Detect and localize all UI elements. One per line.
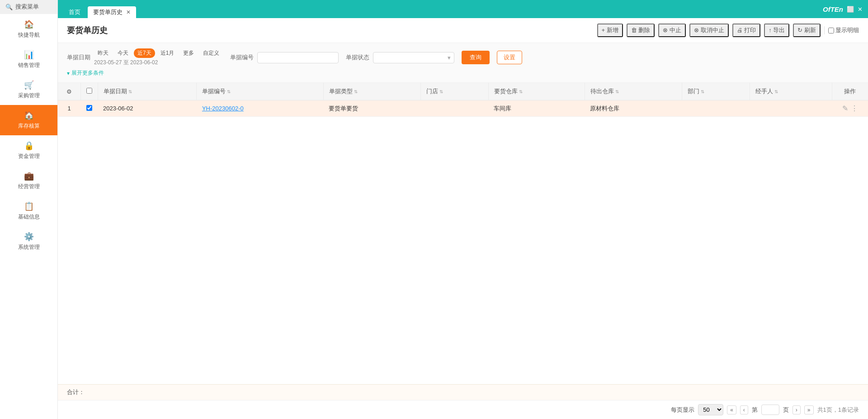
footer-summary: 合计： bbox=[58, 384, 868, 400]
sort-docno[interactable]: 单据编号⇅ bbox=[202, 87, 317, 95]
sort-req_warehouse[interactable]: 要货仓库⇅ bbox=[494, 87, 579, 95]
system-icon: ⚙️ bbox=[24, 232, 34, 242]
first-page-button[interactable]: « bbox=[727, 405, 736, 414]
sidebar-item-sales[interactable]: 📊销售管理 bbox=[0, 44, 57, 75]
brand-label: OfTEn bbox=[823, 5, 843, 13]
cell-action: ✎⋮ bbox=[832, 100, 868, 117]
sort-handler[interactable]: 经手人⇅ bbox=[755, 87, 826, 95]
tab-close-icon[interactable]: ✕ bbox=[126, 9, 131, 15]
docno-link[interactable]: YH-20230602-0 bbox=[202, 105, 244, 112]
sidebar-item-label: 快捷导航 bbox=[18, 31, 40, 39]
settings-col-icon[interactable]: ⚙ bbox=[66, 88, 72, 95]
page-size-label: 每页显示 bbox=[671, 406, 694, 414]
cell-req_warehouse: 车间库 bbox=[488, 100, 585, 117]
sidebar-item-finance[interactable]: 🔒资金管理 bbox=[0, 135, 57, 166]
finance-icon: 🔒 bbox=[24, 141, 34, 151]
sort-store[interactable]: 门店⇅ bbox=[426, 87, 483, 95]
query-button[interactable]: 查询 bbox=[462, 51, 490, 64]
col-header-docno[interactable]: 单据编号⇅ bbox=[197, 83, 323, 100]
next-page-button[interactable]: › bbox=[793, 405, 801, 414]
sidebar-item-shortcut[interactable]: 🏠快捷导航 bbox=[0, 14, 57, 44]
sort-dept[interactable]: 部门⇅ bbox=[688, 87, 744, 95]
page-input[interactable]: 1 bbox=[761, 405, 779, 415]
tab-home[interactable]: 首页 bbox=[63, 6, 86, 18]
prev-page-button[interactable]: ‹ bbox=[740, 405, 748, 414]
sidebar-item-system[interactable]: ⚙️系统管理 bbox=[0, 226, 57, 257]
select-all-checkbox[interactable] bbox=[86, 88, 92, 94]
sidebar-item-label: 资金管理 bbox=[18, 152, 40, 160]
print-button[interactable]: 🖨 打印 bbox=[732, 24, 761, 37]
restore-button[interactable]: ⬜ bbox=[847, 6, 854, 13]
status-filter-select[interactable] bbox=[373, 52, 454, 63]
page-label-suffix: 页 bbox=[783, 406, 789, 414]
filter-row: 单据日期 昨天今天近7天近1月更多自定义 2023-05-27 至 2023-0… bbox=[67, 48, 859, 67]
date-opt-昨天[interactable]: 昨天 bbox=[94, 48, 112, 58]
date-options: 昨天今天近7天近1月更多自定义 bbox=[94, 48, 223, 58]
more-icon[interactable]: ⋮ bbox=[851, 104, 858, 113]
edit-icon[interactable]: ✎ bbox=[842, 104, 848, 113]
col-header-type[interactable]: 单据类型⇅ bbox=[323, 83, 420, 100]
date-opt-近1月[interactable]: 近1月 bbox=[157, 48, 178, 58]
sidebar-item-operations[interactable]: 💼经营管理 bbox=[0, 166, 57, 196]
page-label-prefix: 第 bbox=[752, 406, 758, 414]
top-bar: 首页要货单历史✕ OfTEn ⬜ ✕ bbox=[58, 0, 868, 18]
cancel-stop-button[interactable]: ⊗ 取消中止 bbox=[689, 24, 729, 37]
content-area: 要货单历史 + 新增 🗑 删除 ⊗ 中止 ⊗ 取消中止 🖨 打印 ↑ 导出 ↻ … bbox=[58, 18, 868, 419]
sidebar-item-purchase[interactable]: 🛒采购管理 bbox=[0, 75, 57, 105]
delete-button[interactable]: 🗑 删除 bbox=[627, 24, 655, 37]
col-header-store[interactable]: 门店⇅ bbox=[420, 83, 488, 100]
col-header-dest_warehouse[interactable]: 待出仓库⇅ bbox=[585, 83, 682, 100]
inventory-icon: 🏠 bbox=[24, 110, 34, 120]
sidebar-search[interactable]: 🔍 搜索菜单 bbox=[0, 0, 57, 14]
display-detail-toggle[interactable]: 显示明细 bbox=[828, 26, 859, 34]
refresh-button[interactable]: ↻ 刷新 bbox=[793, 24, 821, 37]
date-opt-近7天[interactable]: 近7天 bbox=[134, 48, 155, 58]
cell-dept bbox=[682, 100, 750, 117]
col-header-dept[interactable]: 部门⇅ bbox=[682, 83, 750, 100]
date-opt-更多[interactable]: 更多 bbox=[179, 48, 198, 58]
date-range-display: 2023-05-27 至 2023-06-02 bbox=[94, 59, 223, 67]
sort-type[interactable]: 单据类型⇅ bbox=[329, 87, 415, 95]
sort-icon-dest_warehouse: ⇅ bbox=[615, 89, 619, 94]
export-button[interactable]: ↑ 导出 bbox=[764, 24, 789, 37]
summary-label: 合计： bbox=[67, 388, 85, 396]
date-opt-自定义[interactable]: 自定义 bbox=[199, 48, 223, 58]
date-filter-group: 单据日期 昨天今天近7天近1月更多自定义 2023-05-27 至 2023-0… bbox=[67, 48, 223, 67]
sort-icon-docno: ⇅ bbox=[227, 89, 231, 94]
cell-docno: YH-20230602-0 bbox=[197, 100, 323, 117]
purchase-icon: 🛒 bbox=[24, 80, 34, 90]
pagination: 每页显示 102050100 « ‹ 第 1 页 › » 共1页，1条记录 bbox=[58, 400, 868, 419]
cell-date: 2023-06-02 bbox=[98, 100, 197, 117]
tab-history[interactable]: 要货单历史✕ bbox=[88, 6, 136, 18]
add-button[interactable]: + 新增 bbox=[597, 24, 623, 37]
row-checkbox[interactable] bbox=[86, 105, 92, 111]
page-size-select[interactable]: 102050100 bbox=[698, 404, 723, 415]
table-row[interactable]: 12023-06-02YH-20230602-0要货单要货车间库原材料仓库✎⋮ bbox=[58, 100, 868, 117]
sort-icon-date: ⇅ bbox=[128, 89, 132, 94]
sales-icon: 📊 bbox=[24, 50, 34, 60]
sort-date[interactable]: 单据日期⇅ bbox=[104, 87, 191, 95]
col-header-req_warehouse[interactable]: 要货仓库⇅ bbox=[488, 83, 585, 100]
col-header-date[interactable]: 单据日期⇅ bbox=[98, 83, 197, 100]
shortcut-icon: 🏠 bbox=[24, 19, 34, 29]
sidebar-item-label: 库存核算 bbox=[18, 122, 40, 130]
sort-icon-type: ⇅ bbox=[354, 89, 358, 94]
last-page-button[interactable]: » bbox=[804, 405, 814, 414]
stop-button[interactable]: ⊗ 中止 bbox=[658, 24, 686, 37]
docno-filter-input[interactable] bbox=[257, 52, 339, 63]
docno-filter-group: 单据编号 bbox=[230, 52, 339, 63]
filter-area: 单据日期 昨天今天近7天近1月更多自定义 2023-05-27 至 2023-0… bbox=[58, 43, 868, 83]
expand-more-button[interactable]: ▾ 展开更多条件 bbox=[67, 69, 859, 77]
sidebar-item-inventory[interactable]: 🏠库存核算 bbox=[0, 105, 57, 135]
expand-more-label: 展开更多条件 bbox=[71, 69, 104, 77]
col-header-handler[interactable]: 经手人⇅ bbox=[750, 83, 832, 100]
sidebar-item-basic[interactable]: 📋基础信息 bbox=[0, 196, 57, 226]
display-detail-checkbox[interactable] bbox=[828, 28, 834, 33]
sort-dest_warehouse[interactable]: 待出仓库⇅ bbox=[590, 87, 676, 95]
close-button[interactable]: ✕ bbox=[858, 6, 863, 13]
cell-handler bbox=[750, 100, 832, 117]
cell-check bbox=[80, 100, 98, 117]
settings-button[interactable]: 设置 bbox=[497, 51, 522, 64]
sidebar-item-label: 经营管理 bbox=[18, 183, 40, 190]
date-opt-今天[interactable]: 今天 bbox=[114, 48, 132, 58]
